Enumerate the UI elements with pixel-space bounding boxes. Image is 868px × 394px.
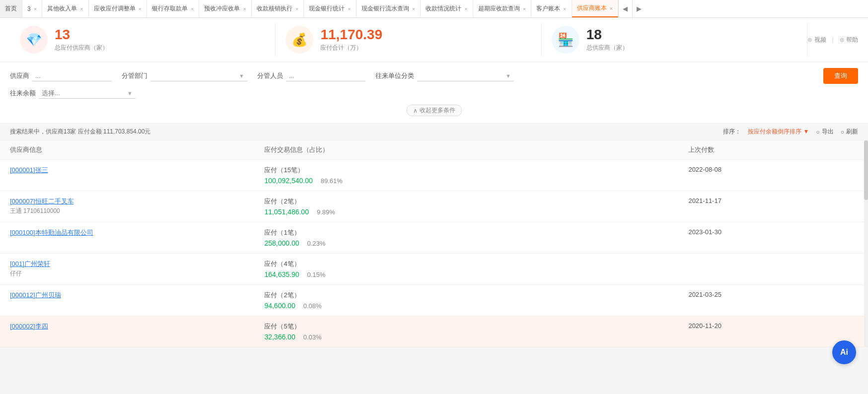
top-nav: 首页 3 × 其他收入单 × 应收应付调整单 × 银行存取款单 × 预收冲应收单… [0,0,868,18]
sort-value[interactable]: 按应付余额倒序排序 ▼ [748,128,809,136]
balance-label: 往来余额 [10,89,36,98]
category-input[interactable] [420,72,504,79]
export-icon: ○ [816,129,820,135]
header-lastpay: 上次付数 [688,145,858,154]
supplier-name-link[interactable]: [001]广州荣轩 [10,260,264,268]
supplier-name-link[interactable]: [000012]广州贝瑞 [10,291,264,300]
payable-pct: 0.23% [307,240,325,247]
table-row[interactable]: [000001]张三 应付（15笔） 100,092,540.00 89.61%… [0,160,868,191]
nav-tab-collection-label: 收款核销执行 [257,4,292,13]
nav-tab-overdue[interactable]: 超期应收款查询 × [473,0,531,17]
payable-amount[interactable]: 11,051,486.00 [264,208,309,216]
help-link[interactable]: ⊙ 帮助 [840,36,858,44]
table-row[interactable]: [000012]广州贝瑞 应付（2笔） 94,600.00 0.08% 2021… [0,285,868,316]
dept-select[interactable]: ▼ [150,70,247,81]
balance-chevron-icon: ▼ [127,90,133,96]
payable-row: 94,600.00 0.08% [264,302,688,310]
payable-suppliers-label: 总应付供应商（家） [55,44,108,52]
nav-tab-supplier-book-close[interactable]: × [610,5,613,11]
payable-amount[interactable]: 164,635.90 [264,270,299,278]
table-row[interactable]: [000007]恒旺二手叉车 王通 17106110000 应付（2笔） 11,… [0,191,868,222]
person-input[interactable] [286,70,365,81]
results-summary-text: 搜索结果中，供应商13家 应付金额 111,703,854.00元 [10,128,150,136]
category-label: 往来单位分类 [375,71,414,80]
balance-select[interactable]: ▼ [39,88,136,99]
nav-prev-arrow[interactable]: ◀ [618,0,632,17]
export-button[interactable]: ○ 导出 [816,128,834,136]
payable-count: 应付（1笔） [264,228,688,237]
nav-tab-cash-stat[interactable]: 现金银行统计 × [304,0,356,17]
supplier-name-link[interactable]: [000001]张三 [10,166,264,175]
total-suppliers-label: 总供应商（家） [586,44,628,52]
payable-row: 100,092,540.00 89.61% [264,177,688,185]
supplier-input[interactable] [32,70,112,81]
refresh-button[interactable]: ○ 刷新 [841,128,858,136]
results-bar: 搜索结果中，供应商13家 应付金额 111,703,854.00元 排序： 按应… [0,124,868,140]
nav-tab-overdue-label: 超期应收款查询 [478,4,520,13]
scrollbar-thumb[interactable] [864,140,868,200]
lastpay-date: 2021-11-17 [688,197,722,204]
nav-tab-3-label: 3 [27,5,31,12]
supplier-name-link[interactable]: [000002]李四 [10,322,264,331]
nav-tab-collection-close[interactable]: × [295,6,298,12]
video-link[interactable]: ⊙ 视频 [807,36,826,44]
nav-tab-other-income-close[interactable]: × [80,6,83,12]
nav-next-arrow[interactable]: ▶ [632,0,646,17]
supplier-name-link[interactable]: [000100]本特勤油品有限公司 [10,228,264,237]
refresh-label: 刷新 [846,128,858,136]
nav-tab-cash-stat-close[interactable]: × [348,6,351,12]
nav-tab-payment-stat[interactable]: 收款情况统计 × [421,0,473,17]
header-supplier: 供应商信息 [10,145,264,154]
payable-amount[interactable]: 258,000.00 [264,239,299,247]
search-button[interactable]: 查询 [823,68,858,84]
lastpay-date: 2023-01-30 [688,228,722,236]
nav-tab-other-income[interactable]: 其他收入单 × [42,0,88,17]
dept-input[interactable] [153,72,237,79]
nav-tab-collection[interactable]: 收款核销执行 × [252,0,304,17]
nav-tab-home[interactable]: 首页 [0,0,22,17]
lastpay-cell: 2020-11-20 [688,322,858,329]
payable-info-cell: 应付（1笔） 258,000.00 0.23% [264,228,688,247]
supplier-name-link[interactable]: [000007]恒旺二手叉车 [10,197,264,206]
payable-amount[interactable]: 100,092,540.00 [264,177,312,185]
nav-tab-adj-close[interactable]: × [139,6,142,12]
total-suppliers-number: 18 [586,27,628,43]
nav-tab-supplier-book[interactable]: 供应商账本 × [572,0,618,17]
nav-tab-adj[interactable]: 应收应付调整单 × [89,0,147,17]
balance-input[interactable] [42,89,125,97]
nav-tab-bank[interactable]: 银行存取款单 × [147,0,199,17]
nav-tab-customer-book-close[interactable]: × [563,6,566,12]
summary-card-payable-suppliers: 💎 13 总应付供应商（家） [10,23,276,57]
filter-person: 分管人员 [257,70,365,81]
supplier-sub-info: 仔仔 [10,269,264,278]
payable-amount[interactable]: 94,600.00 [264,302,295,310]
nav-tab-advance-close[interactable]: × [243,6,246,12]
payable-info-cell: 应付（4笔） 164,635.90 0.15% [264,260,688,278]
nav-tab-3-close[interactable]: × [34,6,37,12]
collapse-button[interactable]: ∧ 收起更多条件 [407,105,462,116]
nav-tab-customer-book[interactable]: 客户账本 × [531,0,572,17]
payable-amount[interactable]: 32,366.00 [264,333,295,341]
vertical-scrollbar[interactable] [864,140,868,347]
nav-tab-advance-label: 预收冲应收单 [204,4,240,13]
nav-tab-customer-book-label: 客户账本 [536,4,560,13]
nav-tab-cashflow[interactable]: 现金银行流水查询 × [357,0,421,17]
sort-value-text: 按应付余额倒序排序 [748,128,801,135]
nav-tab-adj-label: 应收应付调整单 [94,4,136,13]
table-row[interactable]: [000100]本特勤油品有限公司 应付（1笔） 258,000.00 0.23… [0,222,868,254]
nav-tab-advance[interactable]: 预收冲应收单 × [199,0,251,17]
person-label: 分管人员 [257,71,283,80]
nav-tab-payment-stat-close[interactable]: × [464,6,467,12]
filter-supplier: 供应商 [10,70,112,81]
nav-tab-3[interactable]: 3 × [22,0,42,17]
dept-label: 分管部门 [122,71,147,80]
category-select[interactable]: ▼ [417,70,514,81]
filter-category: 往来单位分类 ▼ [375,70,514,81]
lastpay-date: 2022-08-08 [688,166,722,173]
table-row[interactable]: [000002]李四 应付（5笔） 32,366.00 0.03% 2020-1… [0,316,868,347]
supplier-sub-info: 王通 17106110000 [10,207,264,215]
nav-tab-cashflow-close[interactable]: × [412,6,415,12]
nav-tab-overdue-close[interactable]: × [523,6,526,12]
nav-tab-bank-close[interactable]: × [191,6,194,12]
table-row[interactable]: [001]广州荣轩 仔仔 应付（4笔） 164,635.90 0.15% [0,254,868,285]
